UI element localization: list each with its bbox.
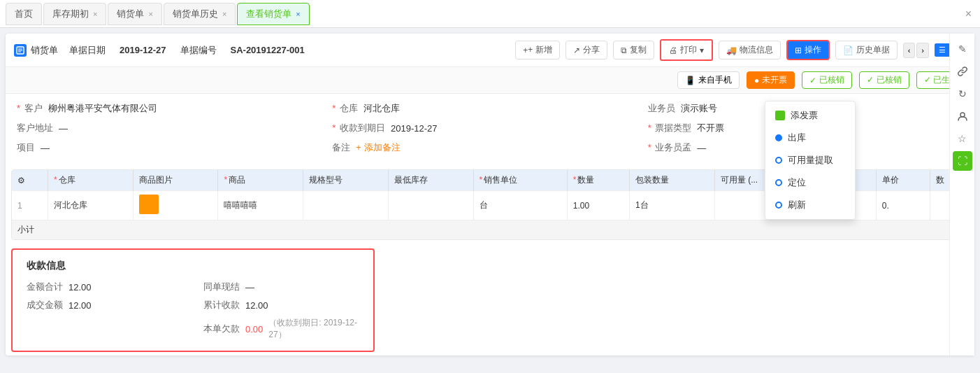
sidebar-user-icon[interactable] — [953, 106, 972, 126]
doc-meta: 单据日期 2019-12-27 单据编号 SA-20191227-001 — [69, 44, 305, 57]
menu-item-locate[interactable]: 定位 — [765, 171, 855, 194]
share-button[interactable]: ↗ 分享 — [565, 41, 607, 59]
available-qty-label: 可用量提取 — [788, 154, 833, 167]
col-spec: 规格型号 — [303, 170, 389, 191]
tab-bar: 首页 库存期初 × 销货单 × 销货单历史 × 查看销货单 × × — [0, 0, 980, 28]
sidebar-refresh-icon[interactable]: ↻ — [953, 84, 972, 104]
print-button[interactable]: 🖨 打印 ▾ — [662, 41, 711, 59]
history-button[interactable]: 📄 历史单据 — [835, 41, 898, 59]
row-quantity-cell: 1.00 — [567, 191, 629, 220]
overdue-value: 0.00 — [245, 324, 263, 335]
col-min-stock: 最低库存 — [388, 170, 473, 191]
add-invoice-icon — [775, 111, 785, 120]
cumulative-label: 累计收款 — [203, 299, 240, 311]
operation-button[interactable]: ⊞ 操作 — [786, 40, 830, 60]
row-num-cell: 1 — [12, 191, 48, 220]
right-sidebar: ✎ ↻ ☆ ⛶ — [949, 34, 974, 356]
payment-date-value: 2019-12-27 — [391, 123, 438, 134]
logistics-button[interactable]: 🚚 物流信息 — [719, 41, 781, 59]
tab-sales-close[interactable]: × — [148, 10, 152, 18]
locate-label: 定位 — [788, 176, 806, 189]
checkmark-icon: ✓ — [867, 75, 874, 85]
tab-view-sales-close[interactable]: × — [296, 10, 300, 18]
sidebar-edit-icon[interactable]: ✎ — [953, 39, 972, 59]
product-image — [139, 195, 159, 214]
row-min-stock-cell — [388, 191, 473, 220]
date-value: 2019-12-27 — [120, 45, 166, 55]
row-pack-qty-cell: 1台 — [630, 191, 715, 220]
check-icon: ✓ — [809, 76, 816, 85]
tab-sales-history[interactable]: 销货单历史 × — [164, 3, 236, 25]
outbound-icon — [775, 134, 782, 141]
date-label: 单据日期 — [69, 44, 106, 57]
logistics-icon: 🚚 — [726, 45, 737, 55]
row-unit-price-cell: 0. — [876, 191, 930, 220]
refresh-icon — [775, 202, 782, 209]
add-button[interactable]: + + 新增 — [515, 41, 559, 59]
total-amount-label: 金额合计 — [27, 281, 63, 293]
toolbar-right: + + 新增 ↗ 分享 ⧉ 复制 🖨 打印 ▾ 🚚 物流信息 — [515, 39, 966, 61]
sidebar-expand-icon[interactable]: ⛶ — [953, 151, 972, 171]
next-button[interactable]: › — [916, 43, 929, 58]
warehouse-field: * 仓库 河北仓库 — [332, 102, 647, 115]
svg-point-4 — [960, 113, 965, 117]
total-amount-value: 12.00 — [69, 282, 92, 293]
operation-icon: ⊞ — [795, 45, 802, 55]
menu-item-available-qty[interactable]: 可用量提取 — [765, 149, 855, 171]
sidebar-star-icon[interactable]: ☆ — [953, 129, 972, 148]
tab-home-label: 首页 — [15, 8, 33, 20]
customer-label: * 客户 — [17, 102, 43, 115]
print-icon: 🖨 — [669, 45, 677, 55]
tab-sales[interactable]: 销货单 × — [108, 3, 161, 25]
sidebar-link-icon[interactable] — [953, 62, 972, 81]
menu-item-refresh[interactable]: 刷新 — [765, 194, 855, 216]
window-close-button[interactable]: × — [965, 8, 972, 20]
customer-value: 柳州粤港平安气体有限公司 — [48, 102, 157, 115]
col-unit-price: 单价 — [876, 170, 930, 191]
same-order-value: — — [245, 282, 254, 293]
customer-field: * 客户 柳州粤港平安气体有限公司 — [17, 102, 332, 115]
project-label: 项目 — [17, 141, 35, 154]
transaction-amount-value: 12.00 — [69, 300, 92, 311]
tab-sales-history-close[interactable]: × — [222, 10, 226, 18]
available-qty-icon — [775, 157, 782, 164]
number-label: 单据编号 — [180, 44, 217, 57]
not-open-button[interactable]: ● 未开票 — [747, 71, 795, 89]
transaction-amount-row: 成交金额 12.00 — [27, 299, 182, 311]
copy-icon: ⧉ — [621, 45, 627, 55]
col-product: 商品 — [218, 170, 303, 191]
add-icon: + — [523, 45, 528, 55]
menu-item-outbound[interactable]: 出库 — [765, 127, 855, 149]
from-phone-button[interactable]: 📱 来自手机 — [677, 71, 740, 89]
collection-title: 收款信息 — [27, 260, 359, 272]
menu-item-add-invoice[interactable]: 添发票 — [765, 104, 855, 127]
project-value: — — [41, 143, 50, 153]
prev-button[interactable]: ‹ — [903, 43, 916, 58]
col-settings: ⚙ — [12, 170, 48, 191]
row-product-cell: 嘻嘻嘻嘻 — [218, 191, 303, 220]
tab-inventory[interactable]: 库存期初 × — [43, 3, 106, 25]
tab-inventory-label: 库存期初 — [52, 8, 89, 20]
canceled-button[interactable]: ✓ 已核销 — [859, 71, 909, 89]
tab-view-sales[interactable]: 查看销货单 × — [237, 3, 309, 25]
tab-home[interactable]: 首页 — [6, 3, 42, 25]
copy-button[interactable]: ⧉ 复制 — [613, 41, 654, 59]
view-list-button[interactable]: ☰ — [935, 43, 950, 57]
tab-inventory-close[interactable]: × — [93, 10, 97, 18]
remark-add-link[interactable]: + 添加备注 — [356, 141, 400, 154]
remark-field: 备注 + 添加备注 — [332, 141, 647, 154]
invoice-icon: ● — [754, 76, 759, 85]
refresh-label: 刷新 — [788, 199, 806, 211]
add-invoice-label: 添发票 — [791, 109, 818, 122]
confirm-button[interactable]: ✓ 已核销 — [802, 71, 852, 89]
collection-box: 收款信息 金额合计 12.00 同单现结 — 成交金额 12.00 累计收款 1… — [11, 248, 375, 352]
address-value: — — [59, 123, 68, 134]
staff2-label: * 业务员孟 — [648, 141, 692, 154]
col-warehouse: 仓库 — [48, 170, 134, 191]
row-warehouse-cell: 河北仓库 — [48, 191, 134, 220]
nav-arrows: ‹ › — [903, 43, 929, 58]
phone-icon: 📱 — [685, 76, 696, 85]
payment-date-label: * 收款到期日 — [332, 122, 385, 134]
address-field: 客户地址 — — [17, 122, 332, 134]
col-unit: 销售单位 — [473, 170, 567, 191]
